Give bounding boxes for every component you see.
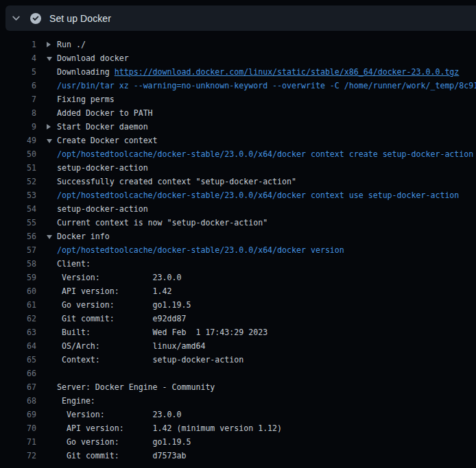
log-line: 5Downloading https://download.docker.com… [0,65,476,79]
log-line: 58Client: [0,257,476,271]
line-number-link[interactable]: 56 [0,230,36,243]
log-line[interactable]: 49Create Docker context [0,134,476,147]
log-text: Successfully created context "setup-dock… [46,175,296,188]
log-line: 60 API version: 1.42 [0,284,476,298]
log-text: API version: 1.42 [46,284,172,298]
log-text: Go version: go1.19.5 [46,435,191,449]
log-text: Version: 23.0.0 [46,271,181,284]
log-text: Current context is now "setup-docker-act… [46,216,267,230]
command-text: /opt/hostedtoolcache/docker-stable/23.0.… [46,243,344,257]
line-content: Downloading https://download.docker.com/… [46,65,459,79]
twisty-expanded-icon[interactable] [47,235,52,239]
log-text: setup-docker-action [46,161,148,175]
group-label: Start Docker daemon [57,122,148,132]
line-number-link[interactable]: 69 [0,408,36,421]
workflow-log-viewer: Set up Docker 1Run ./4Download docker5Do… [0,5,476,463]
log-line: 61 Go version: go1.19.5 [0,298,476,312]
log-line: 7Fixing perms [0,93,476,106]
log-link[interactable]: https://download.docker.com/linux/static… [115,67,460,77]
line-content [46,367,57,380]
step-title: Set up Docker [49,13,111,24]
step-header[interactable]: Set up Docker [5,5,476,31]
line-number-link[interactable]: 55 [0,216,36,230]
command-text: /usr/bin/tar xz --warning=no-unknown-key… [46,79,476,93]
group-label: Docker info [57,232,110,241]
line-number-link[interactable]: 4 [0,51,36,65]
line-number-link[interactable]: 7 [0,93,36,106]
line-number-link[interactable]: 8 [0,106,36,120]
line-number-link[interactable]: 58 [0,257,36,271]
log-line: 66 [0,367,476,380]
log-line[interactable]: 56Docker info [0,230,476,243]
log-line: 51setup-docker-action [0,161,476,175]
log-line: 57/opt/hostedtoolcache/docker-stable/23.… [0,243,476,257]
log-line: 54setup-docker-action [0,202,476,216]
line-number-link[interactable]: 1 [0,38,36,51]
log-text: Go version: go1.19.5 [46,298,191,312]
line-content: Download docker [46,51,129,65]
log-text: Client: [46,257,91,271]
log-line: 6/usr/bin/tar xz --warning=no-unknown-ke… [0,79,476,93]
log-text: Version: 23.0.0 [46,408,181,421]
log-text: Server: Docker Engine - Community [46,380,215,394]
line-number-link[interactable]: 62 [0,312,36,325]
line-number-link[interactable]: 9 [0,120,36,134]
log-area: 1Run ./4Download docker5Downloading http… [0,38,476,463]
log-text: Added Docker to PATH [46,106,153,120]
line-number-link[interactable]: 53 [0,188,36,202]
line-number-link[interactable]: 49 [0,134,36,147]
group-label: Create Docker context [57,136,158,145]
command-text: /opt/hostedtoolcache/docker-stable/23.0.… [46,188,459,202]
line-number-link[interactable]: 50 [0,147,36,161]
line-number-link[interactable]: 71 [0,435,36,449]
line-number-link[interactable]: 65 [0,353,36,367]
log-text: OS/Arch: linux/amd64 [46,339,205,353]
line-number-link[interactable]: 54 [0,202,36,216]
log-text: Git commit: d7573ab [46,449,186,463]
line-number-link[interactable]: 52 [0,175,36,188]
twisty-collapsed-icon[interactable] [47,124,51,130]
line-number-link[interactable]: 67 [0,380,36,394]
log-line: 65 Context: setup-docker-action [0,353,476,367]
log-text: Engine: [46,394,95,408]
twisty-expanded-icon[interactable] [47,139,52,143]
log-line[interactable]: 1Run ./ [0,38,476,51]
line-number-link[interactable]: 63 [0,325,36,339]
log-line: 68 Engine: [0,394,476,408]
line-number-link[interactable]: 68 [0,394,36,408]
line-number-link[interactable]: 66 [0,367,36,380]
line-number-link[interactable]: 72 [0,449,36,463]
line-number-link[interactable]: 57 [0,243,36,257]
log-line[interactable]: 9Start Docker daemon [0,120,476,134]
line-number-link[interactable]: 64 [0,339,36,353]
line-content: Start Docker daemon [46,120,148,134]
line-content: Create Docker context [46,134,158,147]
log-line: 70 API version: 1.42 (minimum version 1.… [0,421,476,435]
log-line[interactable]: 4Download docker [0,51,476,65]
log-line: 62 Git commit: e92dd87 [0,312,476,325]
log-line: 50/opt/hostedtoolcache/docker-stable/23.… [0,147,476,161]
group-label: Run ./ [57,40,86,49]
log-text: API version: 1.42 (minimum version 1.12) [46,421,282,435]
line-content: Run ./ [46,38,86,51]
log-line: 63 Built: Wed Feb 1 17:43:29 2023 [0,325,476,339]
chevron-down-icon[interactable] [12,14,21,23]
check-circle-icon [30,13,41,24]
log-text: Context: setup-docker-action [46,353,243,367]
line-number-link[interactable]: 5 [0,65,36,79]
log-line: 67Server: Docker Engine - Community [0,380,476,394]
log-line: 8Added Docker to PATH [0,106,476,120]
line-number-link[interactable]: 51 [0,161,36,175]
twisty-collapsed-icon[interactable] [47,42,51,47]
log-line: 53/opt/hostedtoolcache/docker-stable/23.… [0,188,476,202]
line-number-link[interactable]: 61 [0,298,36,312]
line-number-link[interactable]: 60 [0,284,36,298]
log-line: 59 Version: 23.0.0 [0,271,476,284]
line-number-link[interactable]: 70 [0,421,36,435]
line-number-link[interactable]: 6 [0,79,36,93]
log-line: 69 Version: 23.0.0 [0,408,476,421]
twisty-expanded-icon[interactable] [47,57,52,61]
log-text: Downloading [57,67,115,77]
log-line: 64 OS/Arch: linux/amd64 [0,339,476,353]
line-number-link[interactable]: 59 [0,271,36,284]
